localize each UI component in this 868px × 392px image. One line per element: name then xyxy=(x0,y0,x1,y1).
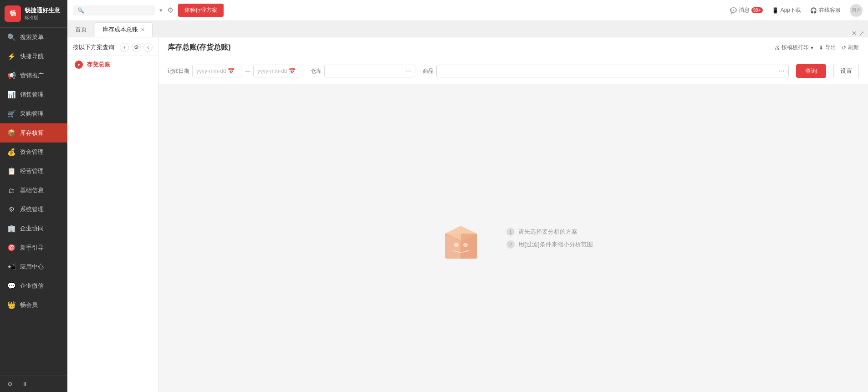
empty-tip-2: 2 用[过滤]条件来缩小分析范围 xyxy=(506,240,592,249)
sidebar-item-wechat[interactable]: 💬 企业微信 xyxy=(0,276,67,295)
tip-num-1: 1 xyxy=(506,228,515,236)
tip-text-1: 请先选择要分析的方案 xyxy=(518,228,577,236)
tabbar: 首页 库存成本总账 ✕ ✕ ⤢ xyxy=(67,21,868,37)
filter-settings-button[interactable]: ⚙ xyxy=(132,43,141,52)
sidebar-item-system[interactable]: ⚙ 系统管理 xyxy=(0,200,67,219)
online-service-button[interactable]: 🎧 在线客服 xyxy=(810,6,841,14)
sidebar-item-vip[interactable]: 👑 畅会员 xyxy=(0,295,67,315)
sidebar-label: 新手引导 xyxy=(20,244,60,252)
sidebar-item-app-center[interactable]: 📲 应用中心 xyxy=(0,257,67,276)
calendar-start-icon[interactable]: 📅 xyxy=(228,68,235,74)
message-button[interactable]: 💬 消息 99+ xyxy=(730,6,763,14)
inventory-icon: 📦 xyxy=(7,129,15,137)
empty-tip-1: 1 请先选择要分析的方案 xyxy=(506,228,592,236)
tip-num-2: 2 xyxy=(506,240,515,249)
system-icon: ⚙ xyxy=(7,205,15,214)
empty-state: 1 请先选择要分析的方案 2 用[过滤]条件来缩小分析范围 xyxy=(158,84,868,392)
empty-illustration xyxy=(434,211,488,265)
sidebar-label: 企业微信 xyxy=(20,282,60,290)
app-center-icon: 📲 xyxy=(7,263,15,271)
setting-button[interactable]: 设置 xyxy=(833,64,859,78)
print-icon: 🖨 xyxy=(774,45,780,51)
sidebar-label: 经营管理 xyxy=(20,167,60,175)
user-avatar[interactable]: 用户 xyxy=(850,4,863,17)
filter-item-inventory-ledger[interactable]: ● 存货总账 xyxy=(67,56,158,73)
collapse-icon[interactable]: ⏸ xyxy=(22,381,28,387)
tab-inventory-cost[interactable]: 库存成本总账 ✕ xyxy=(95,22,153,37)
sales-icon: 📊 xyxy=(7,91,15,99)
sidebar-label: 快捷导航 xyxy=(20,52,60,61)
industry-solution-button[interactable]: 体验行业方案 xyxy=(178,4,224,17)
topbar-search-icon: 🔍 xyxy=(77,7,84,14)
tab-close-all-icon[interactable]: ✕ xyxy=(852,30,857,37)
refresh-button[interactable]: ↺ 刷新 xyxy=(842,44,859,51)
product-more-icon[interactable]: ··· xyxy=(779,67,785,75)
filter-item-icon: ● xyxy=(75,61,83,69)
main-area: 🔍 ▾ ⚙ 体验行业方案 💬 消息 99+ 📱 App下载 🎧 在线客服 用户 xyxy=(67,0,868,392)
online-service-label: 在线客服 xyxy=(819,6,841,14)
topbar-gear-icon[interactable]: ⚙ xyxy=(167,6,174,15)
product-label: 商品 xyxy=(423,67,434,75)
tab-close-icon[interactable]: ✕ xyxy=(141,27,145,33)
sidebar-item-search-menu[interactable]: 🔍 搜索菜单 xyxy=(0,28,67,47)
logo-icon: 畅 xyxy=(5,5,21,22)
export-button[interactable]: ⬇ 导出 xyxy=(819,44,836,51)
product-input[interactable]: ··· xyxy=(436,65,789,77)
date-start-placeholder: yyyy-mm-dd xyxy=(196,68,226,74)
tip-text-2: 用[过滤]条件来缩小分析范围 xyxy=(518,240,592,249)
tab-home[interactable]: 首页 xyxy=(67,22,95,37)
sidebar-item-enterprise[interactable]: 🏢 企业协同 xyxy=(0,219,67,238)
sidebar-item-finance[interactable]: 💰 资金管理 xyxy=(0,143,67,162)
date-start-input[interactable]: yyyy-mm-dd 📅 xyxy=(192,65,242,77)
wechat-icon: 💬 xyxy=(7,282,15,290)
content-area: 按以下方案查询 + ⚙ ‹ ● 存货总账 库存总账(存货总账) xyxy=(67,37,868,392)
sidebar-item-quick-nav[interactable]: ⚡ 快捷导航 xyxy=(0,47,67,66)
date-separator: — xyxy=(245,68,250,74)
empty-tips: 1 请先选择要分析的方案 2 用[过滤]条件来缩小分析范围 xyxy=(506,228,592,249)
sidebar-item-purchase[interactable]: 🛒 采购管理 xyxy=(0,104,67,123)
finance-icon: 💰 xyxy=(7,148,15,156)
quick-nav-icon: ⚡ xyxy=(7,52,15,61)
warehouse-label: 仓库 xyxy=(311,67,322,75)
operation-icon: 📋 xyxy=(7,167,15,175)
sidebar-label: 营销推广 xyxy=(20,71,60,80)
sidebar-item-marketing[interactable]: 📢 营销推广 xyxy=(0,66,67,85)
page-title: 库存总账(存货总账) xyxy=(168,43,774,52)
filter-header-label: 按以下方案查询 xyxy=(73,43,114,51)
warehouse-more-icon[interactable]: ··· xyxy=(405,67,411,75)
svg-point-5 xyxy=(454,243,459,247)
sidebar-label: 资金管理 xyxy=(20,148,60,156)
purchase-icon: 🛒 xyxy=(7,110,15,118)
sidebar-item-inventory[interactable]: 📦 库存核算 xyxy=(0,123,67,143)
sidebar-label: 系统管理 xyxy=(20,205,60,214)
topbar-search-box: 🔍 xyxy=(73,5,155,15)
avatar-text: 用户 xyxy=(852,7,861,14)
sidebar-item-guide[interactable]: 🎯 新手引导 xyxy=(0,238,67,257)
topbar-chevron-icon[interactable]: ▾ xyxy=(159,7,163,14)
app-title: 畅捷通好生意 xyxy=(25,7,60,15)
tab-expand-icon[interactable]: ⤢ xyxy=(859,30,864,37)
warehouse-input[interactable]: ··· xyxy=(324,65,415,77)
empty-box-svg xyxy=(436,213,486,263)
sidebar-item-operation[interactable]: 📋 经营管理 xyxy=(0,162,67,181)
date-field: 记账日期 yyyy-mm-dd 📅 — yyyy-mm-dd 📅 xyxy=(168,65,303,77)
sidebar-label: 搜索菜单 xyxy=(20,33,60,41)
guide-icon: 🎯 xyxy=(7,244,15,252)
filter-panel: 按以下方案查询 + ⚙ ‹ ● 存货总账 xyxy=(67,37,158,392)
main-content: 库存总账(存货总账) 🖨 按模板打印 ▾ ⬇ 导出 ↺ 刷新 xyxy=(158,37,868,392)
sidebar-label: 企业协同 xyxy=(20,224,60,233)
calendar-end-icon[interactable]: 📅 xyxy=(289,68,296,74)
sidebar-item-basic-info[interactable]: 🗂 基础信息 xyxy=(0,181,67,200)
filter-collapse-button[interactable]: ‹ xyxy=(143,43,153,52)
print-button[interactable]: 🖨 按模板打印 ▾ xyxy=(774,44,813,51)
app-logo: 畅 畅捷通好生意 标准版 xyxy=(0,0,67,28)
sidebar-label: 应用中心 xyxy=(20,263,60,271)
filter-add-button[interactable]: + xyxy=(120,43,129,52)
settings-icon[interactable]: ⚙ xyxy=(7,381,13,387)
query-button[interactable]: 查询 xyxy=(796,64,826,78)
app-download-button[interactable]: 📱 App下载 xyxy=(772,6,801,14)
svg-rect-2 xyxy=(461,234,477,259)
message-icon: 💬 xyxy=(730,7,737,14)
sidebar-item-sales[interactable]: 📊 销售管理 xyxy=(0,85,67,104)
date-end-input[interactable]: yyyy-mm-dd 📅 xyxy=(253,65,303,77)
